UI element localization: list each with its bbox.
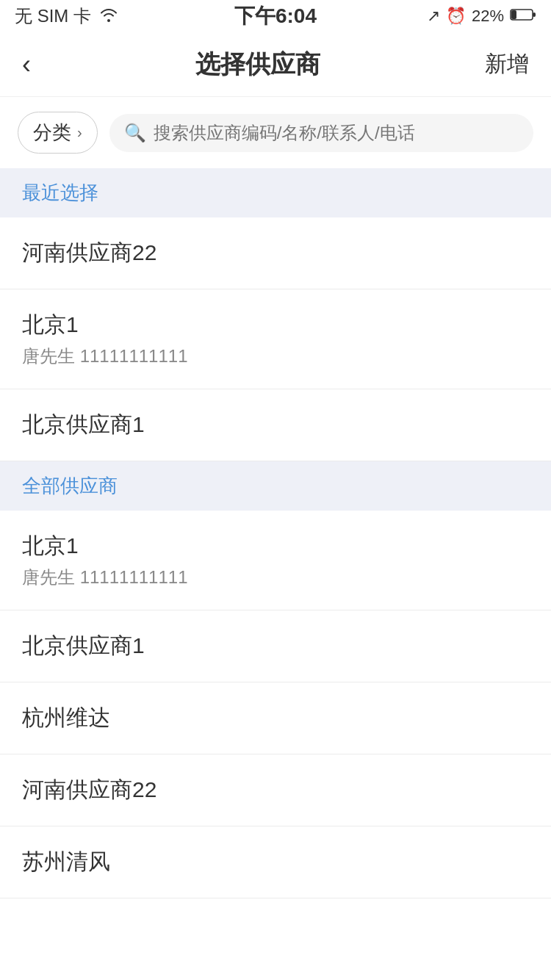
- supplier-name: 苏州清风: [22, 847, 529, 877]
- supplier-name: 北京供应商1: [22, 631, 529, 661]
- status-right: ↗ ⏰ 22%: [427, 7, 536, 26]
- status-time: 下午6:04: [234, 2, 317, 30]
- list-item[interactable]: 河南供应商22: [0, 754, 551, 826]
- back-button[interactable]: ‹: [22, 49, 31, 80]
- no-sim-text: 无 SIM 卡: [15, 4, 91, 28]
- status-bar: 无 SIM 卡 下午6:04 ↗ ⏰ 22%: [0, 0, 551, 32]
- status-left: 无 SIM 卡: [15, 4, 119, 28]
- list-item[interactable]: 河南供应商22: [0, 217, 551, 289]
- search-icon: 🔍: [124, 123, 146, 143]
- alarm-icon: ⏰: [446, 7, 466, 26]
- category-label: 分类: [33, 120, 71, 145]
- nav-bar: ‹ 选择供应商 新增: [0, 32, 551, 97]
- svg-rect-1: [511, 10, 516, 19]
- wifi-icon: [98, 6, 119, 26]
- list-item[interactable]: 杭州维达: [0, 682, 551, 754]
- supplier-name: 杭州维达: [22, 703, 529, 733]
- supplier-name: 北京供应商1: [22, 410, 529, 440]
- supplier-name: 河南供应商22: [22, 238, 529, 268]
- list-item[interactable]: 北京供应商1: [0, 610, 551, 682]
- supplier-name: 北京1: [22, 531, 529, 561]
- list-item[interactable]: 北京1唐先生 11111111111: [0, 511, 551, 610]
- supplier-sub: 唐先生 11111111111: [22, 345, 529, 368]
- sections-container: 最近选择河南供应商22北京1唐先生 11111111111北京供应商1全部供应商…: [0, 168, 551, 898]
- search-box: 🔍: [109, 114, 533, 152]
- supplier-sub: 唐先生 11111111111: [22, 566, 529, 589]
- list-item[interactable]: 苏州清风: [0, 826, 551, 898]
- search-input[interactable]: [154, 123, 519, 143]
- category-button[interactable]: 分类 ›: [18, 112, 98, 154]
- section-header-all: 全部供应商: [0, 461, 551, 511]
- chevron-right-icon: ›: [77, 124, 82, 141]
- filter-bar: 分类 › 🔍: [0, 97, 551, 168]
- battery-text: 22%: [472, 7, 504, 26]
- list-item[interactable]: 北京供应商1: [0, 389, 551, 461]
- add-button[interactable]: 新增: [485, 49, 529, 79]
- supplier-name: 北京1: [22, 310, 529, 340]
- page-title: 选择供应商: [195, 48, 320, 82]
- section-header-recent: 最近选择: [0, 168, 551, 217]
- location-icon: ↗: [427, 7, 440, 26]
- supplier-name: 河南供应商22: [22, 775, 529, 805]
- battery-icon: [510, 7, 536, 26]
- list-item[interactable]: 北京1唐先生 11111111111: [0, 289, 551, 389]
- svg-rect-2: [533, 12, 536, 17]
